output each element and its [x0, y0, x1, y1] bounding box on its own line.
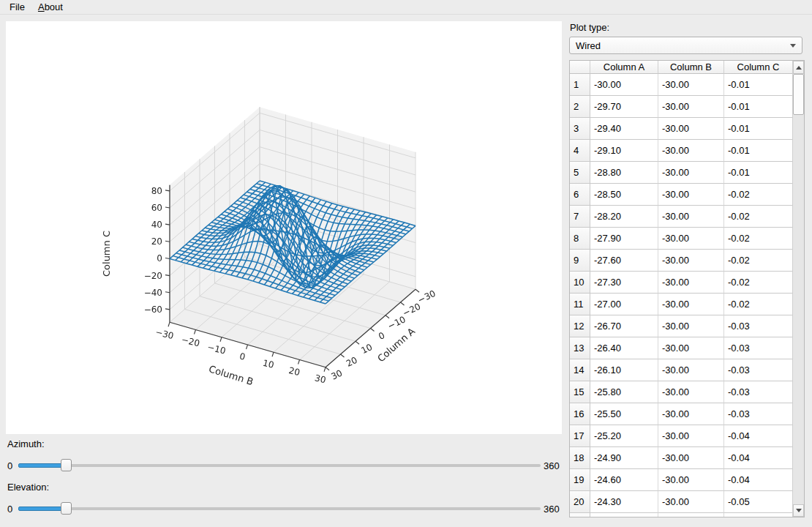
table-cell[interactable]: -28.50: [590, 184, 658, 206]
table-cell[interactable]: -0.04: [724, 425, 793, 447]
table-cell[interactable]: -0.02: [724, 206, 793, 228]
table-row[interactable]: 17-25.20-30.00-0.04: [570, 425, 804, 447]
table-cell[interactable]: -30.00: [658, 315, 724, 337]
row-number-cell[interactable]: 7: [570, 206, 590, 228]
table-cell[interactable]: -0.05: [724, 491, 793, 513]
table-cell[interactable]: -0.03: [724, 315, 793, 337]
table-cell[interactable]: -0.03: [724, 381, 793, 403]
row-number-cell[interactable]: [570, 513, 590, 517]
table-cell[interactable]: -27.00: [590, 294, 658, 315]
table-cell[interactable]: -30.00: [658, 162, 724, 184]
header-column-c[interactable]: Column C: [724, 61, 793, 74]
scrollbar-thumb[interactable]: [793, 74, 804, 115]
table-cell[interactable]: -30.00: [658, 447, 724, 469]
table-row[interactable]: 5-28.80-30.00-0.01: [570, 162, 804, 184]
table-cell[interactable]: -30.00: [658, 96, 724, 118]
table-row[interactable]: 11-27.00-30.00-0.02: [570, 294, 804, 315]
azimuth-slider[interactable]: [18, 464, 541, 467]
row-number-cell[interactable]: 15: [570, 381, 590, 403]
header-column-b[interactable]: Column B: [658, 61, 724, 74]
elevation-slider[interactable]: [18, 507, 541, 510]
table-row[interactable]: 20-24.30-30.00-0.05: [570, 491, 804, 513]
table-row[interactable]: 7-28.20-30.00-0.02: [570, 206, 804, 228]
table-cell[interactable]: -0.02: [724, 184, 793, 206]
menu-file[interactable]: File: [3, 0, 31, 14]
table-cell[interactable]: -29.70: [590, 96, 658, 118]
table-row[interactable]: 8-27.90-30.00-0.02: [570, 228, 804, 250]
table-cell[interactable]: -30.00: [658, 184, 724, 206]
table-scrollbar[interactable]: [792, 61, 804, 517]
header-column-a[interactable]: Column A: [590, 61, 658, 74]
row-number-cell[interactable]: 11: [570, 294, 590, 315]
table-row[interactable]: 6-28.50-30.00-0.02: [570, 184, 804, 206]
scrollbar-up-button[interactable]: [793, 61, 804, 74]
table-row[interactable]: 15-25.80-30.00-0.03: [570, 381, 804, 403]
azimuth-slider-thumb[interactable]: [61, 459, 72, 471]
plot-type-select[interactable]: Wired: [569, 37, 802, 54]
table-cell[interactable]: -26.40: [590, 337, 658, 359]
table-cell[interactable]: -27.30: [590, 272, 658, 294]
table-cell[interactable]: -30.00: [658, 425, 724, 447]
table-cell[interactable]: [590, 513, 658, 517]
row-number-cell[interactable]: 2: [570, 96, 590, 118]
table-row[interactable]: 10-27.30-30.00-0.02: [570, 272, 804, 294]
table-cell[interactable]: -0.02: [724, 294, 793, 315]
row-number-cell[interactable]: 6: [570, 184, 590, 206]
table-cell[interactable]: -30.00: [658, 250, 724, 272]
table-cell[interactable]: -0.02: [724, 272, 793, 294]
table-cell[interactable]: -27.60: [590, 250, 658, 272]
table-row[interactable]: 12-26.70-30.00-0.03: [570, 315, 804, 337]
table-cell[interactable]: -29.40: [590, 118, 658, 140]
table-row[interactable]: 16-25.50-30.00-0.03: [570, 403, 804, 425]
table-cell[interactable]: [724, 513, 793, 517]
table-cell[interactable]: -30.00: [658, 74, 724, 96]
scrollbar-down-button[interactable]: [793, 504, 804, 517]
table-cell[interactable]: -26.10: [590, 359, 658, 381]
table-cell[interactable]: -30.00: [658, 381, 724, 403]
table-row[interactable]: 9-27.60-30.00-0.02: [570, 250, 804, 272]
table-cell[interactable]: -24.30: [590, 491, 658, 513]
table-cell[interactable]: -0.02: [724, 250, 793, 272]
table-cell[interactable]: -30.00: [658, 228, 724, 250]
table-cell[interactable]: -30.00: [658, 337, 724, 359]
menu-about[interactable]: About: [31, 0, 69, 14]
table-cell[interactable]: -25.50: [590, 403, 658, 425]
row-number-cell[interactable]: 5: [570, 162, 590, 184]
table-cell[interactable]: -0.02: [724, 228, 793, 250]
table-cell[interactable]: -24.60: [590, 469, 658, 491]
row-number-cell[interactable]: 20: [570, 491, 590, 513]
table-cell[interactable]: -24.90: [590, 447, 658, 469]
table-cell[interactable]: -0.04: [724, 447, 793, 469]
row-number-cell[interactable]: 8: [570, 228, 590, 250]
row-number-cell[interactable]: 1: [570, 74, 590, 96]
table-row[interactable]: 2-29.70-30.00-0.01: [570, 96, 804, 118]
row-number-cell[interactable]: 19: [570, 469, 590, 491]
table-cell[interactable]: -27.90: [590, 228, 658, 250]
table-cell[interactable]: -30.00: [658, 272, 724, 294]
table-cell[interactable]: -25.80: [590, 381, 658, 403]
table-row[interactable]: 4-29.10-30.00-0.01: [570, 140, 804, 162]
row-number-cell[interactable]: 18: [570, 447, 590, 469]
elevation-slider-thumb[interactable]: [61, 502, 72, 515]
table-cell[interactable]: -30.00: [658, 118, 724, 140]
table-row[interactable]: 18-24.90-30.00-0.04: [570, 447, 804, 469]
row-number-cell[interactable]: 16: [570, 403, 590, 425]
table-cell[interactable]: -30.00: [658, 491, 724, 513]
table-cell[interactable]: -0.03: [724, 337, 793, 359]
row-number-cell[interactable]: 9: [570, 250, 590, 272]
row-number-cell[interactable]: 12: [570, 315, 590, 337]
table-cell[interactable]: [658, 513, 724, 517]
table-cell[interactable]: -30.00: [658, 469, 724, 491]
row-number-cell[interactable]: 3: [570, 118, 590, 140]
row-number-cell[interactable]: 10: [570, 272, 590, 294]
table-cell[interactable]: -25.20: [590, 425, 658, 447]
table-cell[interactable]: -28.80: [590, 162, 658, 184]
table-cell[interactable]: -30.00: [658, 359, 724, 381]
table-cell[interactable]: -0.03: [724, 359, 793, 381]
table-cell[interactable]: -0.03: [724, 403, 793, 425]
table-cell[interactable]: -0.01: [724, 118, 793, 140]
table-row[interactable]: 1-30.00-30.00-0.01: [570, 74, 804, 96]
table-cell[interactable]: -0.01: [724, 74, 793, 96]
table-cell[interactable]: -28.20: [590, 206, 658, 228]
row-number-cell[interactable]: 4: [570, 140, 590, 162]
